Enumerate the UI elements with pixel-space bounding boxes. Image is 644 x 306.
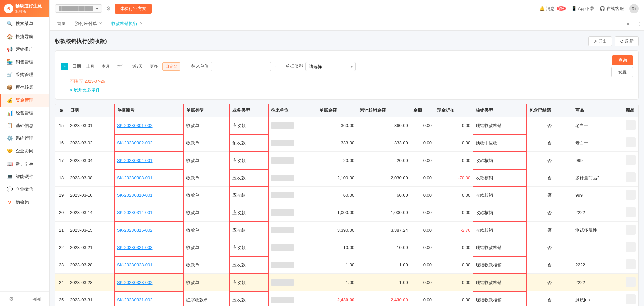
refresh-icon: ↺ [620,39,624,44]
sidebar-item-guide[interactable]: 📖 新手引导 [0,158,49,170]
tab-prepay[interactable]: 预付应付单 ✕ [70,17,107,30]
tab-collection[interactable]: 收款核销执行 ✕ [107,17,147,30]
row-order-type: 收款单 [183,169,229,187]
table-row: 17 2023-03-04 SK-20230304-001 收款单 应收款 20… [55,152,638,169]
sidebar-item-basic[interactable]: 📋 基础信息 [0,119,49,132]
app-logo: 6 畅康道好生意 标推版 [0,0,49,17]
order-link[interactable]: SK-20230308-001 [117,175,153,180]
row-amount: 360.00 [317,117,357,134]
row-goods: 2222 [573,256,623,274]
tab-collection-label: 收款核销执行 [111,21,138,27]
solution-button[interactable]: 体验行业方案 [115,4,152,14]
receipt-type-select[interactable]: 请选择 收款单 红字收款单 [305,62,356,71]
sidebar-item-inventory[interactable]: 📦 库存核算 [0,81,49,94]
member-icon: V [6,199,13,205]
row-discount: 0.00 [434,187,473,204]
row-discount: 0.00 [434,274,473,291]
this-month-btn[interactable]: 本月 [99,62,113,71]
row-goods: 999 [573,187,623,204]
sidebar-item-hardware[interactable]: 💻 智能硬件 [0,170,49,183]
sidebar-item-collab[interactable]: 🤝 企业协同 [0,145,49,158]
table-row: 24 2023-03-28 SK-20230328-002 收款单 应收款 1.… [55,274,638,291]
company-selector[interactable]: ████████████ ▾ [55,4,102,13]
order-link[interactable]: SK-20230331-002 [117,297,153,302]
tab-prepay-close[interactable]: ✕ [99,21,102,26]
order-link[interactable]: SK-20230304-001 [117,158,153,163]
customer-service-item[interactable]: 🎧 在线客服 [600,6,624,12]
row-discount: 0.00 [434,239,473,256]
refresh-button[interactable]: ↺ 刷新 [615,36,639,46]
export-button[interactable]: ↗ 导出 [588,36,612,46]
row-order-no: SK-20230321-003 [114,239,183,256]
order-link[interactable]: SK-20230314-001 [117,210,153,215]
this-year-btn[interactable]: 本年 [114,62,128,71]
receipt-type-label: 单据类型 [286,63,303,69]
row-no: 18 [55,169,67,187]
last-month-btn[interactable]: 上月 [83,62,97,71]
sidebar-item-search[interactable]: 🔍 搜索菜单 [0,17,49,30]
sidebar-item-member[interactable]: V 畅会员 [0,196,49,208]
sidebar-item-label: 搜索菜单 [16,21,33,27]
row-verified: 1,000.00 [357,204,410,222]
table-scroll-wrap[interactable]: ⚙ 日期 单据编号 单据类型 业务类型 往来单位 单据金额 累计核销金额 余额 … [55,104,638,306]
custom-date-btn[interactable]: 自定义 [162,62,180,71]
tab-home[interactable]: 首页 [52,17,70,30]
sidebar-item-nav[interactable]: 🏠 快捷导航 [0,30,49,43]
sidebar-item-purchase[interactable]: 🛒 采购管理 [0,68,49,81]
row-no: 22 [55,239,67,256]
row-verify-type: 收款核销 [473,152,526,169]
row-order-no: SK-20230314-001 [114,204,183,222]
filter-row: » 日期 上月 本月 本年 近7天 更多 自定义 往来单位 [61,55,633,77]
row-counterparty [268,239,317,256]
sidebar-item-label: 销售管理 [16,59,33,65]
sidebar-item-finance[interactable]: 💰 资金管理 [0,94,49,107]
last-7days-btn[interactable]: 近7天 [129,62,146,71]
bell-icon: 🔔 [539,6,545,11]
row-biz-type: 应收款 [230,169,268,187]
row-order-type: 收款单 [183,134,229,152]
order-link[interactable]: SK-20230328-002 [117,280,153,285]
order-link[interactable]: SK-20230321-003 [117,245,153,250]
app-download-item[interactable]: 📱 App下载 [571,6,594,12]
row-discount: 0.00 [434,291,473,306]
row-goods: 2222 [573,204,623,222]
collapse-icon[interactable]: ◀◀ [30,294,43,303]
row-goods [573,239,623,256]
sidebar-item-sales[interactable]: 🏪 销售管理 [0,56,49,68]
sidebar-item-marketing[interactable]: 📢 营销推广 [0,43,49,56]
more-date-btn[interactable]: 更多 [147,62,161,71]
row-verify-type: 收款核销 [473,204,526,222]
order-link[interactable]: SK-20230302-002 [117,140,153,145]
topbar: ████████████ ▾ ⚙ 体验行业方案 🔔 消息 99+ 📱 App下载… [50,0,644,17]
setting-button[interactable]: 设置 [611,67,633,77]
expand-more-conditions[interactable]: ▾ 展开更多条件 [70,87,633,93]
row-verify-type: 收款核销 [473,222,526,239]
sidebar-item-wechat[interactable]: 💬 企业微信 [0,183,49,196]
tab-home-label: 首页 [57,21,66,27]
order-link[interactable]: SK-20230328-001 [117,262,153,267]
close-tab-icon[interactable]: ✕ [625,21,631,27]
counterparty-input[interactable] [211,62,271,71]
row-biz-type: 应收款 [230,222,268,239]
content-area: 收款核销执行(按收款) ↗ 导出 ↺ 刷新 » 日期 [50,31,644,306]
settings-bottom-icon[interactable]: ⚙ [6,294,16,303]
tab-collection-close[interactable]: ✕ [140,21,143,26]
guide-icon: 📖 [6,161,13,167]
user-avatar-item[interactable]: Rit [629,4,639,13]
query-button[interactable]: 查询 [612,55,633,65]
filter-expand-arrow[interactable]: » [61,63,68,70]
messages-item[interactable]: 🔔 消息 99+ [539,6,566,12]
order-link[interactable]: SK-20230301-002 [117,123,153,128]
search-menu-icon: 🔍 [6,21,13,27]
gear-icon[interactable]: ⚙ [106,5,111,12]
order-link[interactable]: SK-20230310-001 [117,193,153,198]
order-link[interactable]: SK-20230315-002 [117,228,153,233]
row-included: 否 [527,274,573,291]
maximize-icon[interactable]: ⛶ [634,21,641,27]
col-settings[interactable]: ⚙ [55,104,67,117]
row-goods: 老白干 [573,134,623,152]
row-goods: 测试jun [573,291,623,306]
sidebar-item-operations[interactable]: 📊 经营管理 [0,107,49,119]
table-row: 22 2023-03-21 SK-20230321-003 收款单 应收款 10… [55,239,638,256]
sidebar-item-system[interactable]: ⚙️ 系统管理 [0,132,49,145]
